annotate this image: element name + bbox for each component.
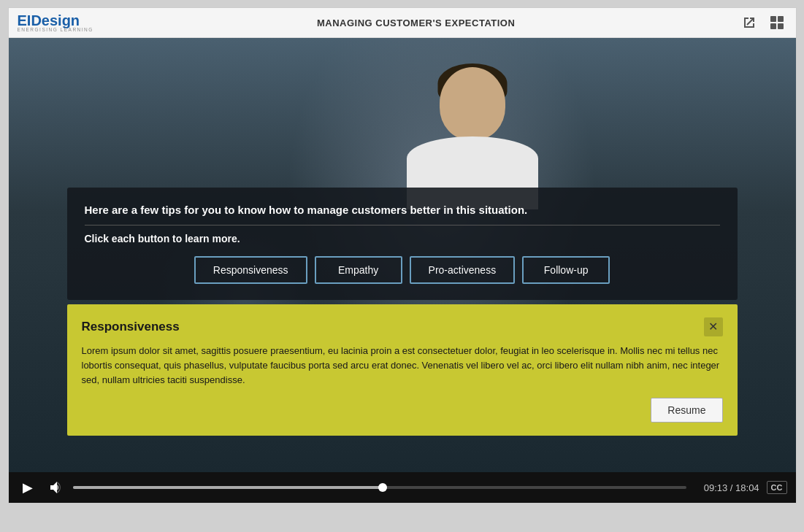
- svg-rect-3: [778, 23, 784, 29]
- time-total: 18:04: [735, 482, 759, 493]
- progress-bar-fill: [73, 486, 383, 489]
- page-title: MANAGING CUSTOMER'S EXPECTATION: [317, 18, 515, 28]
- svg-rect-1: [778, 16, 784, 22]
- tip-button-follow-up[interactable]: Follow-up: [522, 256, 610, 284]
- page-wrapper: EIDesign ENERGISING LEARNING MANAGING CU…: [0, 0, 804, 532]
- play-button[interactable]: ▶: [18, 477, 38, 498]
- overlay-divider: [85, 225, 720, 225]
- progress-thumb: [378, 483, 387, 492]
- info-box-title: Responsiveness: [82, 320, 180, 334]
- logo: EIDesign ENERGISING LEARNING: [18, 13, 93, 33]
- time-current: 09:13: [704, 482, 728, 493]
- volume-icon: [48, 480, 63, 495]
- info-box-body: Lorem ipsum dolor sit amet, sagittis pos…: [82, 344, 723, 388]
- grid-view-button[interactable]: [767, 12, 787, 33]
- logo-subtitle: ENERGISING LEARNING: [18, 28, 93, 33]
- video-controls: ▶ 09:13 / 18:04 CC: [9, 472, 796, 503]
- tip-button-responsiveness[interactable]: Responsiveness: [194, 256, 307, 284]
- info-box-footer: Resume: [82, 398, 723, 423]
- logo-area: EIDesign ENERGISING LEARNING: [18, 13, 93, 33]
- person-head: [440, 67, 505, 140]
- progress-bar[interactable]: [73, 486, 686, 489]
- overlay-instruction: Here are a few tips for you to know how …: [85, 202, 720, 217]
- grid-icon: [769, 15, 785, 31]
- overlay-sub-instruction: Click each button to learn more.: [85, 233, 720, 244]
- tip-button-pro-activeness[interactable]: Pro-activeness: [410, 256, 516, 284]
- logo-main-text: EIDesign: [18, 13, 93, 28]
- video-background: Here are a few tips for you to know how …: [9, 38, 796, 472]
- info-box: Responsiveness ✕ Lorem ipsum dolor sit a…: [67, 304, 738, 436]
- external-link-button[interactable]: [739, 12, 759, 33]
- header-bar: EIDesign ENERGISING LEARNING MANAGING CU…: [9, 8, 796, 38]
- player-container: EIDesign ENERGISING LEARNING MANAGING CU…: [8, 7, 797, 504]
- overlay-panel: Here are a few tips for you to know how …: [67, 188, 738, 300]
- play-icon: ▶: [23, 479, 33, 496]
- resume-button[interactable]: Resume: [651, 398, 722, 423]
- cc-button[interactable]: CC: [767, 481, 787, 494]
- external-link-icon: [742, 15, 757, 30]
- svg-rect-2: [770, 23, 776, 29]
- header-icons: [739, 12, 787, 33]
- time-separator: /: [727, 482, 735, 493]
- tip-button-empathy[interactable]: Empathy: [315, 256, 402, 284]
- tip-buttons-row: Responsiveness Empathy Pro-activeness Fo…: [85, 256, 720, 284]
- time-display: 09:13 / 18:04: [694, 482, 759, 493]
- info-box-header: Responsiveness ✕: [82, 317, 723, 336]
- svg-rect-0: [770, 16, 776, 22]
- video-wrapper: Here are a few tips for you to know how …: [9, 38, 796, 503]
- volume-button[interactable]: [45, 477, 66, 498]
- info-box-close-button[interactable]: ✕: [704, 317, 723, 336]
